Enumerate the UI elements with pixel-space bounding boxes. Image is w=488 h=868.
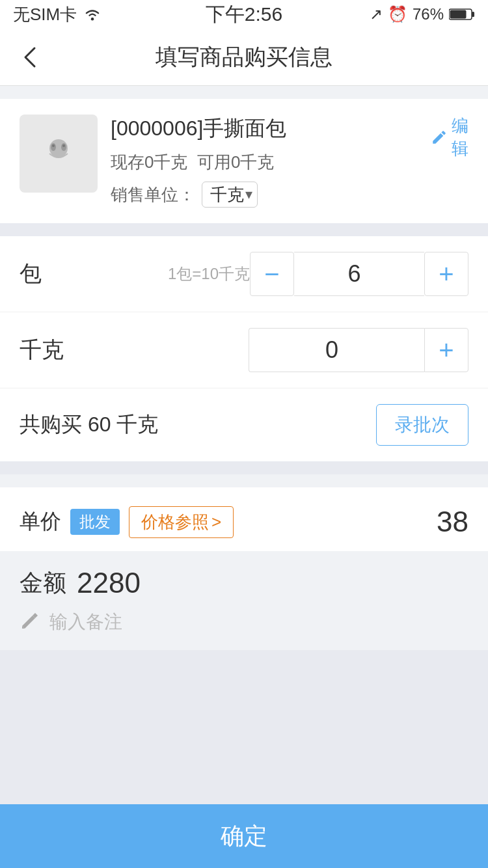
total-amount: 60 (88, 413, 111, 436)
amount-row: 金额 2280 (20, 567, 468, 599)
wifi-icon (83, 8, 102, 21)
kg-quantity-control: + (249, 328, 468, 372)
price-reference-button[interactable]: 价格参照 > (129, 506, 234, 538)
pencil-icon (20, 610, 40, 634)
svg-rect-3 (450, 10, 467, 19)
product-stock: 现存0千克 可用0千克 (111, 151, 468, 174)
bao-minus-button[interactable]: − (250, 252, 294, 296)
product-unit-row: 销售单位： 千克 (111, 182, 468, 208)
section-divider-2 (0, 461, 488, 474)
bao-quantity-input[interactable] (294, 252, 424, 296)
bao-hint: 1包=10千克 (168, 264, 250, 284)
page-title: 填写商品购买信息 (156, 42, 332, 72)
battery-text: 76% (413, 5, 444, 23)
edit-icon (431, 129, 448, 146)
total-batch-row: 共购买 60 千克 录批次 (0, 388, 488, 461)
product-info: [0000006]手撕面包 现存0千克 可用0千克 销售单位： 千克 (111, 115, 468, 208)
status-right: ↗ ⏰ 76% (370, 5, 475, 23)
carrier-text: 无SIM卡 (13, 3, 77, 26)
edit-button[interactable]: 编辑 (431, 115, 468, 160)
kg-quantity-input[interactable] (249, 328, 424, 372)
amount-section: 金额 2280 输入备注 (0, 551, 488, 650)
bao-plus-button[interactable]: + (424, 252, 468, 296)
svg-point-7 (52, 144, 55, 147)
bao-quantity-control: − + (250, 252, 468, 296)
back-button[interactable] (16, 43, 44, 72)
price-section: 单价 批发 价格参照 > 38 (0, 487, 488, 551)
price-tag: 批发 (70, 509, 120, 535)
remark-row[interactable]: 输入备注 (20, 610, 468, 650)
price-value: 38 (437, 506, 468, 538)
quantity-section: 包 1包=10千克 − + 千克 + (0, 236, 488, 388)
unit-label: 销售单位： (111, 183, 195, 206)
amount-value: 2280 (77, 567, 141, 599)
battery-icon (449, 8, 475, 21)
confirm-button-text: 确定 (221, 821, 267, 852)
amount-label: 金额 (20, 567, 66, 599)
kg-plus-button[interactable]: + (424, 328, 468, 372)
bao-quantity-row: 包 1包=10千克 − + (0, 236, 488, 312)
kg-label: 千克 (20, 335, 249, 365)
kg-quantity-row: 千克 + (0, 312, 488, 388)
total-text: 共购买 60 千克 (20, 411, 158, 439)
confirm-button[interactable]: 确定 (0, 804, 488, 868)
nav-bar: 填写商品购买信息 (0, 29, 488, 86)
product-logo (39, 134, 78, 173)
status-left: 无SIM卡 (13, 3, 102, 26)
status-bar: 无SIM卡 下午2:56 ↗ ⏰ 76% (0, 0, 488, 29)
unit-select[interactable]: 千克 (202, 182, 258, 208)
edit-label: 编辑 (452, 115, 468, 160)
svg-point-0 (91, 18, 94, 21)
svg-point-8 (62, 144, 65, 147)
alarm-icon: ⏰ (388, 5, 407, 23)
unit-select-wrapper[interactable]: 千克 (202, 182, 258, 208)
product-name: [0000006]手撕面包 (111, 115, 468, 143)
remark-placeholder: 输入备注 (49, 610, 122, 634)
location-icon: ↗ (370, 5, 383, 23)
price-row: 单价 批发 价格参照 > 38 (20, 506, 468, 538)
status-time: 下午2:56 (206, 1, 282, 28)
batch-button[interactable]: 录批次 (376, 404, 468, 446)
product-image (20, 115, 98, 193)
empty-space (0, 650, 488, 804)
section-divider-1 (0, 223, 488, 236)
price-label: 单价 (20, 508, 61, 536)
bao-label: 包 (20, 259, 160, 289)
svg-rect-2 (472, 12, 474, 17)
product-card: [0000006]手撕面包 现存0千克 可用0千克 销售单位： 千克 编辑 (0, 99, 488, 223)
